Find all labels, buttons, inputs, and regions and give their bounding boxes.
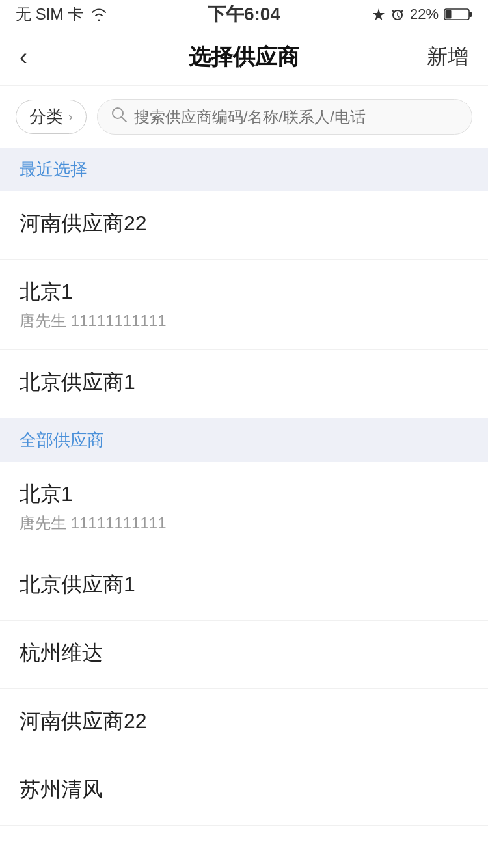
list-item[interactable]: 北京1唐先生 11111111111	[0, 260, 488, 350]
status-left: 无 SIM 卡	[16, 4, 108, 25]
list-item[interactable]: 苏州清风	[0, 757, 488, 826]
supplier-name: 北京1	[20, 278, 468, 306]
carrier-text: 无 SIM 卡	[16, 4, 83, 25]
recent-section-header: 最近选择	[0, 148, 488, 191]
category-button[interactable]: 分类 ›	[16, 100, 87, 134]
supplier-contact: 唐先生 11111111111	[20, 513, 468, 534]
recent-supplier-list: 河南供应商22北京1唐先生 11111111111北京供应商1	[0, 191, 488, 418]
list-item[interactable]: 北京供应商1	[0, 552, 488, 621]
status-time: 下午6:04	[208, 2, 280, 27]
list-item[interactable]: 北京供应商1	[0, 350, 488, 418]
list-item[interactable]: 杭州维达	[0, 621, 488, 689]
wifi-icon	[90, 7, 108, 21]
chevron-right-icon: ›	[68, 109, 73, 124]
filter-bar: 分类 ›	[0, 86, 488, 148]
status-bar: 无 SIM 卡 下午6:04 22%	[0, 0, 488, 29]
svg-rect-2	[469, 12, 472, 17]
supplier-name: 杭州维达	[20, 639, 468, 668]
battery-text: 22%	[410, 6, 439, 23]
supplier-name: 河南供应商22	[20, 707, 468, 736]
list-item[interactable]: 北京1唐先生 11111111111	[0, 462, 488, 552]
search-box	[97, 99, 472, 135]
search-icon	[111, 106, 128, 128]
page-title: 选择供应商	[189, 42, 299, 72]
supplier-name: 北京供应商1	[20, 571, 468, 599]
search-input[interactable]	[134, 108, 459, 126]
list-item[interactable]: 河南供应商22	[0, 689, 488, 757]
alarm-icon	[390, 7, 405, 21]
all-supplier-list: 北京1唐先生 11111111111北京供应商1杭州维达河南供应商22苏州清风	[0, 462, 488, 826]
category-label: 分类	[29, 105, 63, 128]
battery-icon	[444, 7, 472, 21]
supplier-name: 苏州清风	[20, 776, 468, 804]
supplier-name: 河南供应商22	[20, 210, 468, 238]
nav-bar: ‹ 选择供应商 新增	[0, 29, 488, 86]
supplier-name: 北京供应商1	[20, 368, 468, 397]
location-icon	[372, 8, 385, 21]
supplier-name: 北京1	[20, 480, 468, 509]
svg-line-5	[122, 117, 126, 122]
status-right: 22%	[372, 6, 472, 23]
list-item[interactable]: 河南供应商22	[0, 191, 488, 260]
svg-rect-3	[446, 10, 452, 19]
supplier-contact: 唐先生 11111111111	[20, 310, 468, 331]
back-button[interactable]: ‹	[20, 44, 59, 71]
add-button[interactable]: 新增	[427, 43, 468, 72]
all-section-header: 全部供应商	[0, 418, 488, 462]
